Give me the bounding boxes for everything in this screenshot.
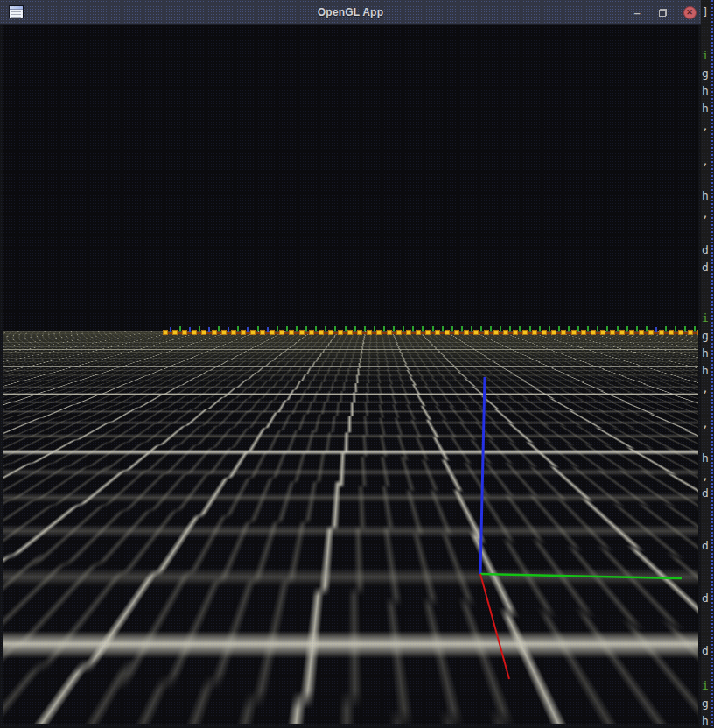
terminal-text-fragment: d (702, 261, 709, 275)
minimize-icon: – (634, 6, 640, 19)
window-title: OpenGL App (0, 6, 701, 18)
terminal-text-fragment: , (702, 206, 709, 220)
restore-button[interactable] (653, 0, 672, 24)
terminal-text-fragment: , (702, 416, 709, 430)
terminal-text-fragment: ] (702, 5, 709, 19)
gl-viewport[interactable] (4, 24, 698, 724)
terminal-text-fragment: d (702, 243, 709, 257)
terminal-text-fragment: i (702, 679, 709, 693)
terminal-text-fragment: h (702, 714, 709, 728)
terminal-text-fragment: g (702, 329, 709, 343)
terminal-text-fragment: i (702, 312, 709, 326)
terminal-text-fragment: h (702, 452, 709, 466)
terminal-text-fragment: d (702, 486, 709, 500)
terminal-text-fragment: g (702, 696, 709, 710)
terminal-text-fragment: i (702, 49, 709, 63)
opengl-app-window: OpenGL App – ✕ (0, 0, 701, 728)
background-terminal-window[interactable]: ]ighh,,h,ddighh,,h,ddddigh (701, 0, 714, 728)
terminal-text-fragment: h (702, 346, 709, 360)
terminal-text-fragment: h (702, 364, 709, 378)
terminal-text-fragment: g (702, 66, 709, 80)
screen: ]ighh,,h,ddighh,,h,ddddigh OpenGL App – … (0, 0, 714, 728)
terminal-text-fragment: , (702, 469, 709, 483)
close-button[interactable]: ✕ (680, 0, 699, 24)
terminal-text-fragment: , (702, 382, 709, 396)
ground-grid (4, 331, 698, 724)
terminal-text-fragment: h (702, 102, 709, 116)
terminal-text-fragment: d (702, 539, 709, 553)
waypoint-marker-line (4, 24, 698, 340)
terminal-text-fragment: h (702, 189, 709, 203)
restore-icon (659, 9, 667, 17)
terminal-text-fragment: , (702, 119, 709, 133)
minimize-button[interactable]: – (627, 0, 647, 24)
terminal-text-fragment: h (702, 84, 709, 98)
terminal-text-fragment: , (702, 154, 709, 168)
close-icon: ✕ (683, 6, 696, 19)
terminal-text-fragment: d (702, 592, 709, 606)
terminal-window-border (711, 0, 713, 728)
titlebar[interactable]: OpenGL App – ✕ (0, 0, 701, 24)
horizon-line (4, 331, 698, 332)
terminal-text-fragment: d (702, 644, 709, 658)
